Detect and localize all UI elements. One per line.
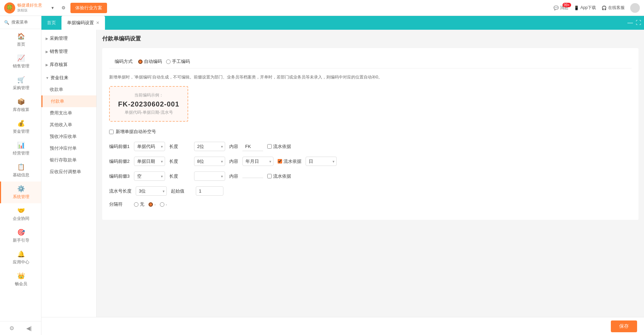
- sidebar-bottom: ⚙ ◀|: [0, 321, 41, 335]
- sec-group-purchase: ▶ 采购管理: [41, 32, 96, 44]
- gear-icon[interactable]: ⚙: [59, 4, 68, 12]
- separator-dot2-label: ·: [166, 202, 167, 207]
- search-menu[interactable]: 🔍 搜索菜单: [0, 16, 41, 29]
- online-service-item[interactable]: 🎧 在线客服: [602, 5, 625, 11]
- top-bar-left: 🍀 畅捷通好生意 旗舰版 ▾ ⚙ 体验行业方案: [4, 2, 107, 13]
- content-1-label: 内容: [229, 143, 238, 150]
- serial-length-select[interactable]: 3位: [136, 186, 167, 196]
- sidebar-item-app-center[interactable]: 🔔 应用中心: [0, 247, 41, 269]
- auto-code-label: 自动编码: [144, 58, 162, 65]
- sidebar-item-system-label: 系统管理: [13, 194, 29, 200]
- sidebar-menu: 🏠 首页 📈 销售管理 🛒 采购管理 📦 库存核算 💰 资金管理 📊 经营管理 …: [0, 29, 41, 321]
- sec-group-purchase-title[interactable]: ▶ 采购管理: [41, 32, 96, 44]
- prefix-2-select[interactable]: 单据日期: [134, 157, 165, 166]
- tab-expand-icon[interactable]: ⛶: [636, 20, 641, 26]
- bottom-bar: 保存: [41, 317, 644, 335]
- download-icon: 📱: [574, 6, 579, 10]
- serial-2-checkbox[interactable]: [278, 159, 282, 164]
- length-2-select[interactable]: 8位: [194, 157, 225, 166]
- top-bar-right: 💬 消息 99+ 📱 App下载 🎧 在线客服: [554, 3, 640, 13]
- collapse-icon[interactable]: ◀|: [26, 325, 32, 332]
- prefix-3-select[interactable]: 空: [134, 171, 165, 181]
- tab-encoding-settings[interactable]: 单据编码设置 ✕: [61, 16, 105, 30]
- sidebar-item-sales[interactable]: 📈 销售管理: [0, 51, 41, 73]
- sec-item-payment[interactable]: 付款单: [41, 95, 96, 107]
- manual-code-radio[interactable]: [166, 59, 171, 64]
- separator-row: 分隔符 无 · ·: [109, 201, 632, 207]
- serial-1-label: 流水依据: [273, 143, 291, 150]
- sidebar-item-inventory[interactable]: 📦 库存核算: [0, 94, 41, 116]
- settings-card: 编码方式 自动编码 手工编码 新增单据时，'单据编码'自动生成，不可编辑。前缀设…: [102, 48, 638, 220]
- sec-item-expense[interactable]: 费用支出单: [41, 107, 96, 119]
- save-button[interactable]: 保存: [611, 320, 637, 332]
- sidebar-item-purchase[interactable]: 🛒 采购管理: [0, 73, 41, 94]
- auto-code-option[interactable]: 自动编码: [138, 58, 162, 65]
- sidebar-item-basic-info[interactable]: 📋 基础信息: [0, 160, 41, 182]
- dropdown-icon[interactable]: ▾: [48, 4, 57, 12]
- serial-2-checkbox-row: 流水依据: [278, 158, 301, 165]
- period-select[interactable]: 日: [306, 157, 337, 166]
- length-1-label: 长度: [169, 143, 190, 150]
- manual-code-option[interactable]: 手工编码: [166, 58, 190, 65]
- prefix-row-2: 编码前缀2 单据日期 长度 8位 内容 年月日: [109, 157, 632, 166]
- sec-group-sales-title[interactable]: ▶ 销售管理: [41, 46, 96, 57]
- separator-dot2-option[interactable]: ·: [160, 202, 167, 207]
- serial-3-label: 流水依据: [273, 173, 291, 179]
- settings-bottom-icon[interactable]: ⚙: [9, 325, 14, 332]
- sidebar-item-operations[interactable]: 📊 经营管理: [0, 138, 41, 160]
- content-3-label: 内容: [229, 173, 238, 179]
- separator-label: 分隔符: [109, 201, 130, 207]
- length-3-select-wrapper: [194, 171, 225, 181]
- top-bar: 🍀 畅捷通好生意 旗舰版 ▾ ⚙ 体验行业方案 💬 消息 99+ 📱 App下载…: [0, 0, 644, 16]
- search-icon: 🔍: [4, 20, 9, 25]
- sec-item-advance-pay[interactable]: 预付冲应付单: [41, 142, 96, 154]
- sidebar-item-guide[interactable]: 🎯 新手引导: [0, 225, 41, 247]
- length-3-select[interactable]: [194, 171, 225, 181]
- sidebar-item-member[interactable]: 👑 畅会员: [0, 269, 41, 290]
- serial-1-checkbox[interactable]: [267, 144, 272, 149]
- separator-none-radio[interactable]: [134, 202, 138, 207]
- trial-button[interactable]: 体验行业方案: [70, 3, 107, 13]
- sec-item-adjustment[interactable]: 应收应付调整单: [41, 166, 96, 178]
- home-icon: 🏠: [17, 32, 25, 40]
- length-1-select[interactable]: 2位: [194, 142, 225, 151]
- sidebar-item-inventory-label: 库存核算: [13, 107, 29, 113]
- sidebar-item-home[interactable]: 🏠 首页: [0, 29, 41, 51]
- sidebar-item-basic-info-label: 基础信息: [13, 172, 29, 178]
- prefix-1-select[interactable]: 单据代码: [134, 142, 165, 151]
- content-2-select[interactable]: 年月日: [242, 157, 273, 166]
- app-download-item[interactable]: 📱 App下载: [574, 5, 596, 11]
- sidebar-item-enterprise-label: 企业协同: [13, 216, 29, 222]
- tab-minimize-icon[interactable]: —: [627, 20, 633, 26]
- separator-dot-option[interactable]: ·: [148, 202, 156, 207]
- sidebar-item-purchase-label: 采购管理: [13, 85, 29, 91]
- prefix-row-1: 编码前缀1 单据代码 长度 2位 内容 FK 流水依据: [109, 142, 632, 151]
- separator-none-option[interactable]: 无: [134, 201, 144, 207]
- sec-item-other-income[interactable]: 其他收入单: [41, 119, 96, 131]
- sec-item-advance-receive[interactable]: 预收冲应收单: [41, 131, 96, 142]
- sec-group-sales: ▶ 销售管理: [41, 46, 96, 57]
- content-2-select-wrapper: 年月日: [242, 157, 273, 166]
- avatar[interactable]: [630, 3, 640, 13]
- sec-group-sales-label: 销售管理: [50, 48, 68, 55]
- serial-3-checkbox[interactable]: [267, 174, 272, 178]
- auto-code-radio[interactable]: [138, 59, 143, 64]
- sec-group-inventory-title[interactable]: ▶ 库存核算: [41, 59, 96, 71]
- sidebar-item-system[interactable]: ⚙️ 系统管理: [0, 182, 41, 203]
- sec-group-capital-title[interactable]: ▼ 资金往来: [41, 72, 96, 84]
- separator-dot-radio[interactable]: [148, 202, 153, 207]
- tab-close-icon[interactable]: ✕: [96, 20, 99, 25]
- sidebar-item-enterprise[interactable]: 🤝 企业协同: [0, 203, 41, 225]
- serial-2-label: 流水依据: [283, 158, 301, 165]
- message-item[interactable]: 💬 消息 99+: [554, 5, 568, 11]
- start-value-input[interactable]: [196, 186, 223, 196]
- sec-item-bank[interactable]: 银行存取款单: [41, 154, 96, 166]
- page-title: 付款单编码设置: [102, 35, 638, 43]
- sec-item-receipt[interactable]: 收款单: [41, 84, 96, 95]
- sidebar-item-finance[interactable]: 💰 资金管理: [0, 116, 41, 138]
- auto-fill-checkbox[interactable]: [109, 130, 114, 134]
- nav-controls: ▾ ⚙ 体验行业方案: [48, 3, 107, 13]
- separator-dot2-radio[interactable]: [160, 202, 164, 207]
- tab-home[interactable]: 首页: [41, 16, 61, 30]
- chevron-right-icon-2: ▶: [46, 50, 48, 54]
